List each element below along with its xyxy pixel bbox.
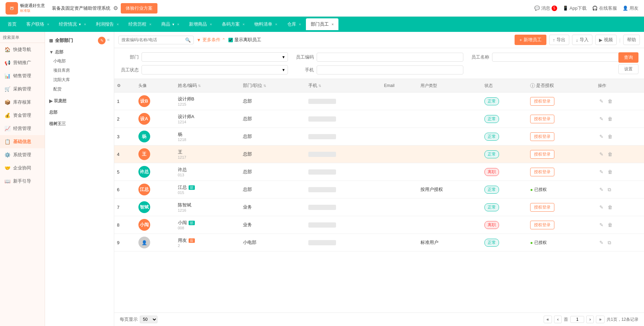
tab-warehouse[interactable]: 仓库 × <box>282 18 306 30</box>
first-page-button[interactable]: « <box>544 316 552 323</box>
video-button[interactable]: ▶ 视频 <box>595 35 617 45</box>
delete-button[interactable]: 🗑 <box>606 168 614 175</box>
edit-button[interactable]: ✎ <box>598 204 605 211</box>
th-dept[interactable]: 部门/职位 ⇅ <box>240 79 306 92</box>
sidebar-search-bar[interactable]: 🔍 <box>0 32 45 43</box>
close-icon[interactable]: × <box>117 22 119 26</box>
status-select[interactable]: ▾ <box>142 65 288 74</box>
export-button[interactable]: ↑ 导出 <box>549 35 570 45</box>
edit-button[interactable]: ✎ <box>598 151 605 158</box>
edit-button[interactable]: ✎ <box>598 133 605 140</box>
tree-group-label3[interactable]: 总部 <box>45 108 114 117</box>
search-box[interactable]: 🔍 <box>118 36 194 44</box>
close-icon[interactable]: × <box>47 22 49 26</box>
sidebar-item-biz[interactable]: 📈 经营管理 <box>0 122 45 135</box>
close-icon[interactable]: × <box>243 22 245 26</box>
auth-login-button[interactable]: 授权登录 <box>530 150 554 159</box>
page-number-input[interactable] <box>570 316 584 323</box>
close-icon[interactable]: × <box>275 22 277 26</box>
edit-button[interactable]: ✎ <box>598 221 605 228</box>
tab-barcode[interactable]: 条码方案 × <box>217 18 250 30</box>
collapse-icon[interactable]: « <box>107 37 110 44</box>
sidebar-item-collab[interactable]: 🤝 企业协同 <box>0 161 45 175</box>
sidebar-item-guide[interactable]: 📖 新手引导 <box>0 175 45 188</box>
delete-button[interactable]: 🗑 <box>606 98 614 105</box>
tree-group-label4[interactable]: 植树王三 <box>45 120 114 128</box>
th-name[interactable]: 姓名/编码 ⇅ <box>175 79 241 92</box>
tree-node-project[interactable]: 项目库房 <box>45 66 114 75</box>
tab-bom[interactable]: 物料清单 × <box>250 18 282 30</box>
edit-button[interactable]: ✎ <box>598 186 605 193</box>
delete-button[interactable]: 🗑 <box>606 115 614 122</box>
trial-button[interactable]: 体验行业方案 <box>121 3 157 14</box>
close-icon[interactable]: × <box>332 22 334 26</box>
user-action[interactable]: 👤 用友 <box>623 5 638 11</box>
close-icon[interactable]: × <box>299 22 301 26</box>
close-icon[interactable]: × <box>210 22 212 26</box>
edit-button[interactable]: ✎ <box>598 168 605 175</box>
sidebar-item-sales[interactable]: 📊 销售管理 <box>0 69 45 82</box>
tab-customer[interactable]: 客户联络 × <box>21 18 54 30</box>
import-button[interactable]: ↓ 导入 <box>572 35 592 45</box>
sidebar-item-basics[interactable]: 📋 基础信息 <box>0 135 45 148</box>
delete-button[interactable]: 🗑 <box>606 221 614 228</box>
edit-button[interactable]: ✎ <box>598 98 605 105</box>
service-action[interactable]: 🎧 在线客服 <box>592 5 617 11</box>
auth-login-button[interactable]: 授权登录 <box>530 203 554 212</box>
close-icon[interactable]: × <box>177 22 179 26</box>
set-button[interactable]: 设置 <box>618 64 638 74</box>
app-download-action[interactable]: 📱 App下载 <box>563 5 587 11</box>
tab-employee[interactable]: 部门员工 × <box>306 18 338 30</box>
edit-button[interactable]: ✎ <box>598 239 605 246</box>
auth-login-button[interactable]: 授权登录 <box>530 115 554 123</box>
show-resigned-checkbox[interactable]: 显示离职员工 <box>228 37 261 43</box>
tab-history[interactable]: 经营历程 × <box>124 18 156 30</box>
close-icon[interactable]: × <box>84 22 86 26</box>
tab-profit[interactable]: 利润报告 × <box>91 18 124 30</box>
copy-button[interactable]: ⧉ <box>606 239 613 246</box>
sidebar-item-system[interactable]: ⚙️ 系统管理 <box>0 148 45 161</box>
tab-new-goods[interactable]: 新增商品 × <box>184 18 217 30</box>
resigned-checkbox-input[interactable] <box>228 38 233 42</box>
sidebar-item-finance[interactable]: 💰 资金管理 <box>0 109 45 122</box>
th-phone[interactable]: 手机 ⇅ <box>306 79 381 92</box>
th-settings[interactable]: ⚙ <box>114 79 136 92</box>
tab-goods[interactable]: 商品 ▾× <box>156 18 184 30</box>
auth-login-button[interactable]: 授权登录 <box>530 168 554 176</box>
search-input[interactable] <box>121 37 184 42</box>
sidebar-item-quicknav[interactable]: 🏠 快捷导航 <box>0 43 45 56</box>
settings-button[interactable]: ⚙ <box>113 5 118 11</box>
sidebar-item-purchase[interactable]: 🛒 采购管理 <box>0 82 45 96</box>
auth-login-button[interactable]: 授权登录 <box>530 97 554 106</box>
add-dept-button[interactable]: ✎ <box>98 37 106 44</box>
help-button[interactable]: 帮助 <box>623 35 640 45</box>
auth-login-button[interactable]: 授权登录 <box>530 132 554 141</box>
code-input[interactable] <box>317 53 463 62</box>
tab-operation[interactable]: 经营情况 ▾× <box>54 18 91 30</box>
query-button[interactable]: 查询 <box>618 52 638 63</box>
delete-button[interactable]: 🗑 <box>606 204 614 211</box>
dept-select[interactable]: ▾ <box>142 52 288 62</box>
tree-node-xiaodianbei[interactable]: 小电部 <box>45 56 114 66</box>
next-page-button[interactable]: › <box>586 316 594 323</box>
delete-button[interactable]: 🗑 <box>606 151 614 158</box>
more-conditions-button[interactable]: ▼ 更多条件 ⌃ <box>197 37 226 43</box>
tab-home[interactable]: 首页 <box>3 18 21 30</box>
page-size-select[interactable]: 50 100 <box>140 316 157 323</box>
delete-button[interactable]: 🗑 <box>606 133 614 140</box>
auth-login-button[interactable]: 授权登录 <box>530 221 554 229</box>
tree-group-label2[interactable]: ▶ 双庞想 <box>45 97 114 105</box>
tree-node-peihuo[interactable]: 配货 <box>45 85 114 94</box>
name-input[interactable] <box>492 53 638 62</box>
sidebar-item-marketing[interactable]: 📢 营销推广 <box>0 56 45 69</box>
edit-button[interactable]: ✎ <box>598 115 605 122</box>
phone-input[interactable] <box>317 65 463 74</box>
tree-group-label[interactable]: ▼ 总部 <box>45 48 114 56</box>
copy-button[interactable]: ⧉ <box>606 186 613 193</box>
new-employee-button[interactable]: + 新增员工 <box>515 35 546 45</box>
messages-action[interactable]: 💬 消息 5 <box>534 5 557 11</box>
prev-page-button[interactable]: ‹ <box>554 316 562 323</box>
sidebar-item-inventory[interactable]: 📦 库存核算 <box>0 96 45 109</box>
last-page-button[interactable]: » <box>596 316 605 323</box>
tree-node-shenyang[interactable]: 沈阳大库 <box>45 75 114 85</box>
